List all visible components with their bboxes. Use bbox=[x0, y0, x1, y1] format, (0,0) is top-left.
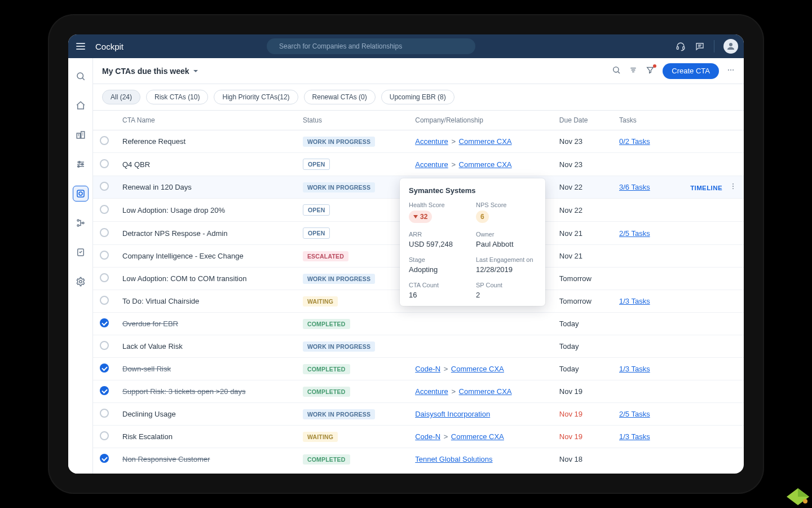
global-search-input[interactable] bbox=[278, 42, 469, 51]
table-row[interactable]: Non Responsive CustomerCOMPLETEDTennet G… bbox=[93, 448, 744, 471]
company-link[interactable]: Code-N bbox=[415, 365, 440, 373]
cta-table-wrap: CTA Name Status Company/Relationship Due… bbox=[93, 111, 744, 474]
popover-title: Symantec Systems bbox=[409, 186, 536, 195]
company-cell bbox=[408, 335, 553, 358]
row-complete-toggle[interactable] bbox=[100, 386, 109, 395]
company-link[interactable]: Accenture bbox=[415, 137, 448, 146]
row-more-icon[interactable] bbox=[729, 183, 737, 192]
row-complete-toggle[interactable] bbox=[100, 251, 109, 260]
owner-value: Paul Abbott bbox=[476, 240, 536, 248]
row-complete-toggle[interactable] bbox=[100, 341, 109, 350]
health-score-pill: 32 bbox=[409, 211, 432, 223]
tasks-link[interactable]: 3/6 Tasks bbox=[619, 183, 650, 191]
svg-point-41 bbox=[803, 499, 807, 503]
row-complete-toggle[interactable] bbox=[100, 136, 109, 145]
table-row[interactable]: Risk EscalationWAITINGCode-N > Commerce … bbox=[93, 426, 744, 448]
table-row[interactable]: Reference RequestWORK IN PROGRESSAccentu… bbox=[93, 130, 744, 153]
row-complete-toggle[interactable] bbox=[100, 454, 109, 463]
svg-line-29 bbox=[618, 72, 620, 73]
company-link[interactable]: Accenture bbox=[415, 387, 448, 396]
svg-point-34 bbox=[730, 69, 731, 71]
row-complete-toggle[interactable] bbox=[100, 431, 109, 440]
table-row[interactable]: Lack of Value RiskWORK IN PROGRESSToday bbox=[93, 335, 744, 358]
user-avatar[interactable] bbox=[723, 39, 738, 54]
nav-cockpit-icon[interactable] bbox=[73, 186, 89, 202]
row-complete-toggle[interactable] bbox=[100, 318, 109, 327]
company-link[interactable]: Commerce CXA bbox=[451, 432, 504, 441]
col-name[interactable]: CTA Name bbox=[116, 111, 296, 130]
global-search[interactable] bbox=[267, 38, 475, 54]
filter-chip[interactable]: Upcoming EBR (8) bbox=[381, 90, 454, 104]
row-complete-toggle[interactable] bbox=[100, 296, 109, 305]
filter-chip[interactable]: High Priority CTAs(12) bbox=[214, 90, 298, 104]
tasks-link[interactable]: 0/2 Tasks bbox=[619, 137, 650, 146]
filter-icon[interactable] bbox=[646, 65, 655, 77]
company-link[interactable]: Commerce CXA bbox=[451, 365, 504, 373]
tasks-link[interactable]: 2/5 Tasks bbox=[619, 410, 650, 418]
nav-org-icon[interactable] bbox=[73, 215, 89, 231]
cta-name: Down-sell Risk bbox=[122, 365, 171, 373]
nav-sliders-icon[interactable] bbox=[73, 156, 89, 172]
table-row[interactable]: Q4 QBROPENAccenture > Commerce CXANov 23 bbox=[93, 153, 744, 176]
company-link[interactable]: Tennet Global Solutions bbox=[415, 455, 492, 463]
col-company[interactable]: Company/Relationship bbox=[408, 111, 553, 130]
cta-name: Lack of Value Risk bbox=[122, 342, 183, 351]
status-badge: OPEN bbox=[303, 227, 330, 239]
row-complete-toggle[interactable] bbox=[100, 205, 109, 214]
row-complete-toggle[interactable] bbox=[100, 364, 109, 373]
filter-chip[interactable]: Renewal CTAs (0) bbox=[304, 90, 376, 104]
tasks-link[interactable]: 2/5 Tasks bbox=[619, 229, 650, 238]
row-complete-toggle[interactable] bbox=[100, 273, 109, 282]
toolbar-more-icon[interactable] bbox=[727, 66, 735, 76]
col-due[interactable]: Due Date bbox=[553, 111, 612, 130]
headset-icon[interactable] bbox=[676, 41, 686, 51]
tasks-link[interactable]: 1/3 Tasks bbox=[619, 365, 650, 373]
app-title: Cockpit bbox=[95, 42, 123, 51]
row-complete-toggle[interactable] bbox=[100, 159, 109, 168]
tablet-frame: Cockpit bbox=[48, 14, 764, 494]
nav-buildings-icon[interactable] bbox=[73, 127, 89, 143]
due-date: Today bbox=[559, 319, 579, 328]
filter-chip[interactable]: All (24) bbox=[102, 90, 140, 104]
company-link[interactable]: Commerce CXA bbox=[459, 160, 512, 169]
nav-settings-icon[interactable] bbox=[73, 274, 89, 290]
col-status[interactable]: Status bbox=[296, 111, 408, 130]
svg-point-38 bbox=[732, 188, 734, 189]
stage-label: Stage bbox=[409, 256, 469, 263]
menu-icon[interactable] bbox=[74, 41, 87, 52]
chat-icon[interactable] bbox=[695, 41, 705, 51]
company-link[interactable]: Daisysoft Incorporation bbox=[415, 410, 490, 418]
company-link[interactable]: Accenture bbox=[415, 160, 448, 169]
tasks-link[interactable]: 1/3 Tasks bbox=[619, 297, 650, 305]
view-dropdown[interactable]: My CTAs due this week bbox=[102, 67, 198, 76]
table-row[interactable]: Declining UsageWORK IN PROGRESSDaisysoft… bbox=[93, 403, 744, 426]
row-complete-toggle[interactable] bbox=[100, 409, 109, 418]
toolbar-search-icon[interactable] bbox=[612, 65, 621, 77]
row-complete-toggle[interactable] bbox=[100, 182, 109, 191]
col-tasks[interactable]: Tasks bbox=[612, 111, 670, 130]
nav-home-icon[interactable] bbox=[73, 98, 89, 113]
company-link[interactable]: Commerce CXA bbox=[459, 387, 512, 396]
status-badge: OPEN bbox=[303, 159, 330, 170]
sort-icon[interactable] bbox=[629, 65, 638, 77]
table-row[interactable]: Overdue for EBRCOMPLETEDToday bbox=[93, 313, 744, 335]
tasks-link[interactable]: 1/3 Tasks bbox=[619, 432, 650, 441]
cta-name: Detractor NPS Respose - Admin bbox=[122, 229, 227, 238]
row-complete-toggle[interactable] bbox=[100, 228, 109, 237]
company-link[interactable]: Commerce CXA bbox=[459, 137, 512, 146]
company-cell bbox=[408, 313, 553, 335]
due-date: Today bbox=[559, 365, 579, 373]
nav-checklist-icon[interactable] bbox=[73, 244, 89, 260]
svg-rect-3 bbox=[683, 47, 685, 50]
filter-chip[interactable]: Risk CTAs (10) bbox=[146, 90, 208, 104]
due-date: Nov 19 bbox=[559, 387, 582, 396]
nav-search-icon[interactable] bbox=[73, 68, 89, 84]
due-date: Tomorrow bbox=[559, 297, 592, 305]
timeline-link[interactable]: TIMELINE bbox=[690, 185, 722, 191]
company-link[interactable]: Code-N bbox=[415, 432, 440, 441]
status-badge: WORK IN PROGRESS bbox=[303, 409, 375, 419]
create-cta-button[interactable]: Create CTA bbox=[663, 63, 719, 79]
table-row[interactable]: Support Risk: 3 tickets open >20 daysCOM… bbox=[93, 380, 744, 403]
sp-count-label: SP Count bbox=[476, 282, 536, 288]
table-row[interactable]: Down-sell RiskCOMPLETEDCode-N > Commerce… bbox=[93, 358, 744, 380]
